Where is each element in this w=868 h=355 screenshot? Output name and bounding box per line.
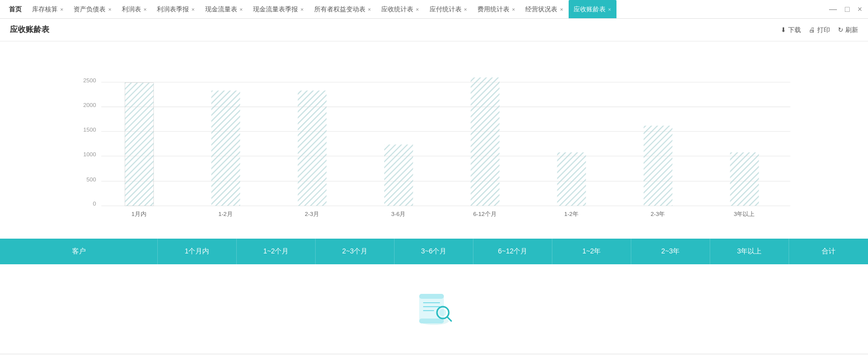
svg-text:1500: 1500 [83, 126, 96, 133]
page-header: 应收账龄表 ⬇ 下载 🖨 打印 ↻ 刷新 [0, 19, 868, 41]
close-icon[interactable]: × [144, 6, 146, 12]
chart-container: 0 500 1000 1500 2000 2500 [15, 51, 853, 219]
col-customer: 客户 [0, 239, 158, 264]
svg-text:1000: 1000 [83, 151, 96, 157]
refresh-icon: ↻ [838, 26, 843, 34]
svg-rect-16 [384, 144, 413, 206]
svg-text:3年以上: 3年以上 [734, 211, 755, 217]
close-icon[interactable]: × [416, 6, 419, 12]
svg-rect-15 [298, 91, 326, 206]
svg-text:2000: 2000 [83, 102, 96, 108]
svg-rect-32 [419, 294, 444, 299]
empty-icon [409, 284, 459, 333]
svg-text:2-3年: 2-3年 [651, 211, 665, 217]
col-total: 合计 [789, 239, 868, 264]
svg-rect-13 [125, 83, 153, 206]
download-button[interactable]: ⬇ 下载 [781, 26, 801, 35]
svg-rect-20 [730, 152, 759, 206]
svg-rect-17 [470, 77, 499, 206]
tab-home[interactable]: 首页 [4, 0, 27, 19]
col-3plus-year: 3年以上 [710, 239, 789, 264]
svg-text:2500: 2500 [83, 77, 96, 83]
maximize-button[interactable]: □ [843, 5, 852, 14]
main-content: 0 500 1000 1500 2000 2500 [0, 41, 868, 353]
download-label: 下载 [788, 26, 801, 35]
tab-ar-aging[interactable]: 应收账龄表 × [569, 0, 616, 19]
tab-equity-label: 所有者权益变动表 [314, 5, 365, 14]
refresh-label: 刷新 [845, 26, 858, 35]
svg-text:1-2月: 1-2月 [218, 211, 233, 217]
tab-cashflow-quarter[interactable]: 现金流量表季报 × [248, 0, 309, 19]
col-1month: 1个月内 [158, 239, 237, 264]
minimize-button[interactable]: — [827, 5, 839, 14]
col-2-3month: 2~3个月 [316, 239, 395, 264]
print-icon: 🖨 [809, 26, 815, 34]
tab-ar-stat[interactable]: 应收统计表 × [376, 0, 424, 19]
col-2-3year: 2~3年 [631, 239, 710, 264]
window-close-button[interactable]: × [856, 5, 864, 14]
svg-text:3-6月: 3-6月 [391, 211, 405, 217]
svg-text:2-3月: 2-3月 [305, 211, 319, 217]
tab-profit-quarter-label: 利润表季报 [157, 5, 189, 14]
close-icon[interactable]: × [60, 6, 63, 12]
svg-rect-18 [557, 152, 586, 206]
svg-text:0: 0 [93, 200, 96, 207]
close-icon[interactable]: × [368, 6, 371, 12]
chart-area: 0 500 1000 1500 2000 2500 [0, 41, 868, 239]
tab-profit-label: 利润表 [122, 5, 141, 14]
tab-home-label: 首页 [9, 5, 22, 14]
tab-business[interactable]: 经营状况表 × [520, 0, 568, 19]
table-header: 客户 1个月内 1~2个月 2~3个月 3~6个月 6~12个月 1~2年 2~… [0, 239, 868, 264]
tab-cashflow-quarter-label: 现金流量表季报 [253, 5, 298, 14]
col-6-12month: 6~12个月 [473, 239, 552, 264]
close-icon[interactable]: × [300, 6, 303, 12]
refresh-button[interactable]: ↻ 刷新 [838, 26, 858, 35]
tab-cashflow[interactable]: 现金流量表 × [200, 0, 248, 19]
svg-rect-14 [211, 91, 240, 206]
tab-ar-stat-label: 应收统计表 [381, 5, 413, 14]
tab-expense-stat-label: 费用统计表 [477, 5, 509, 14]
tab-balance-label: 资产负债表 [73, 5, 106, 14]
tab-equity[interactable]: 所有者权益变动表 × [309, 0, 376, 19]
page-actions: ⬇ 下载 🖨 打印 ↻ 刷新 [781, 26, 858, 35]
tab-ap-stat[interactable]: 应付统计表 × [425, 0, 472, 19]
print-label: 打印 [817, 26, 830, 35]
tab-ap-stat-label: 应付统计表 [430, 5, 462, 14]
page-title: 应收账龄表 [10, 25, 49, 35]
tab-inventory-label: 库存核算 [32, 5, 58, 14]
svg-point-39 [439, 309, 446, 316]
tab-balance[interactable]: 资产负债表 × [69, 0, 116, 19]
tab-profit-quarter[interactable]: 利润表季报 × [152, 0, 200, 19]
close-icon[interactable]: × [191, 6, 194, 12]
close-icon[interactable]: × [608, 6, 611, 12]
window-actions: — □ × [827, 5, 864, 14]
svg-text:1-2年: 1-2年 [564, 211, 579, 217]
tab-profit[interactable]: 利润表 × [117, 0, 152, 19]
bar-chart: 0 500 1000 1500 2000 2500 [15, 51, 853, 219]
svg-text:1月内: 1月内 [132, 211, 147, 217]
close-icon[interactable]: × [464, 6, 467, 12]
tab-business-label: 经营状况表 [525, 5, 557, 14]
svg-rect-19 [644, 126, 672, 206]
col-3-6month: 3~6个月 [395, 239, 473, 264]
print-button[interactable]: 🖨 打印 [809, 26, 830, 35]
close-icon[interactable]: × [108, 6, 111, 12]
close-icon[interactable]: × [512, 6, 515, 12]
download-icon: ⬇ [781, 26, 786, 34]
tab-inventory[interactable]: 库存核算 × [27, 0, 69, 19]
tab-ar-aging-label: 应收账龄表 [574, 5, 606, 14]
close-icon[interactable]: × [560, 6, 563, 12]
tab-expense-stat[interactable]: 费用统计表 × [472, 0, 520, 19]
tab-bar: 首页 库存核算 × 资产负债表 × 利润表 × 利润表季报 × 现金流量表 × … [0, 0, 868, 19]
tab-cashflow-label: 现金流量表 [205, 5, 237, 14]
col-1-2month: 1~2个月 [237, 239, 316, 264]
svg-text:500: 500 [86, 176, 96, 182]
svg-text:6-12个月: 6-12个月 [473, 211, 496, 217]
empty-state [0, 264, 868, 353]
svg-rect-33 [419, 319, 444, 323]
col-1-2year: 1~2年 [552, 239, 631, 264]
close-icon[interactable]: × [240, 6, 243, 12]
